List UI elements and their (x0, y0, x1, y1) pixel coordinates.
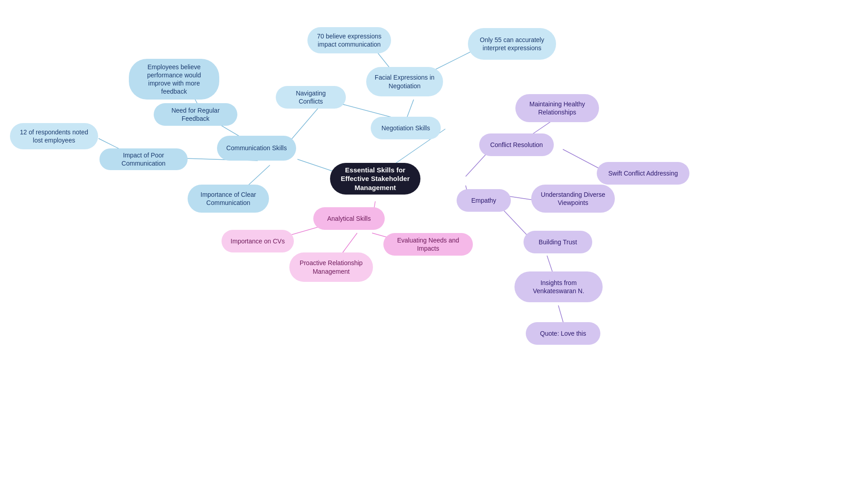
analytical-skills-node: Analytical Skills (313, 207, 385, 230)
understanding-diverse-node: Understanding Diverse Viewpoints (531, 185, 615, 213)
importance-cvs-node: Importance on CVs (222, 230, 294, 252)
evaluating-needs-node: Evaluating Needs and Impacts (383, 233, 473, 256)
swift-conflict-node: Swift Conflict Addressing (597, 162, 689, 185)
svg-line-12 (407, 100, 414, 118)
need-feedback-node: Need for Regular Feedback (154, 103, 237, 126)
center-node: Essential Skills for Effective Stakehold… (330, 163, 420, 195)
insights-venkateswaran-node: Insights from Venkateswaran N. (514, 271, 603, 302)
12respondents-node: 12 of respondents noted lost employees (10, 123, 98, 149)
communication-skills-node: Communication Skills (217, 136, 296, 161)
maintaining-healthy-node: Maintaining Healthy Relationships (515, 94, 599, 122)
importance-clear-node: Importance of Clear Communication (188, 185, 269, 213)
conflict-resolution-node: Conflict Resolution (479, 133, 554, 156)
employees-believe-node: Employees believe performance would impr… (129, 59, 219, 100)
proactive-relationship-node: Proactive Relationship Management (289, 252, 373, 282)
empathy-node: Empathy (457, 189, 511, 212)
only55-node: Only 55 can accurately interpret express… (468, 28, 556, 60)
impact-poor-node: Impact of Poor Communication (99, 148, 188, 170)
navigating-conflicts-node: Navigating Conflicts (276, 86, 346, 109)
negotiation-skills-node: Negotiation Skills (371, 117, 441, 139)
quote-love-node: Quote: Love this (526, 322, 600, 345)
building-trust-node: Building Trust (524, 231, 592, 253)
facial-expressions-node: Facial Expressions in Negotiation (366, 67, 443, 96)
70believe-node: 70 believe expressions impact communicat… (307, 27, 391, 53)
